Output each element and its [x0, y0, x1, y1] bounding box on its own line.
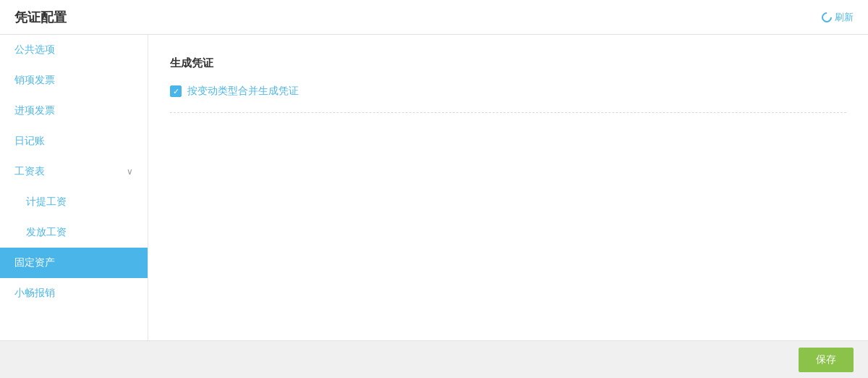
sidebar-item-label: 工资表: [14, 165, 45, 178]
sidebar-item-purchase-invoice[interactable]: 进项发票: [0, 96, 148, 126]
checkbox-label: 按变动类型合并生成凭证: [187, 85, 299, 98]
sidebar-item-payroll[interactable]: 工资表 ∨: [0, 156, 148, 187]
chevron-down-icon: ∨: [127, 167, 133, 177]
sidebar-item-calc-salary[interactable]: 计提工资: [0, 187, 148, 217]
sidebar-item-label: 公共选项: [14, 43, 55, 56]
sidebar-item-expense-report[interactable]: 小畅报销: [0, 278, 148, 308]
footer: 保存: [0, 340, 868, 378]
section-title: 生成凭证: [170, 56, 846, 70]
sidebar-item-journal[interactable]: 日记账: [0, 126, 148, 156]
merge-by-type-checkbox[interactable]: ✓: [170, 85, 182, 97]
sidebar-item-pay-salary[interactable]: 发放工资: [0, 217, 148, 248]
refresh-label: 刷新: [835, 11, 854, 24]
sidebar-item-label: 计提工资: [26, 196, 67, 209]
checkbox-row: ✓ 按变动类型合并生成凭证: [170, 85, 846, 113]
sidebar-item-label: 小畅报销: [14, 287, 55, 300]
sidebar-item-public-options[interactable]: 公共选项: [0, 35, 148, 65]
main-area: 公共选项 销项发票 进项发票 日记账 工资表 ∨ 计提工资 发放工资 固定资: [0, 35, 868, 340]
sidebar-item-label: 发放工资: [26, 226, 67, 239]
refresh-button[interactable]: 刷新: [822, 11, 854, 24]
sidebar-item-fixed-assets[interactable]: 固定资产: [0, 248, 148, 278]
refresh-icon: [820, 10, 834, 25]
sidebar-item-label: 销项发票: [14, 74, 55, 87]
sidebar-item-label: 进项发票: [14, 104, 55, 117]
page-title: 凭证配置: [14, 9, 67, 26]
header: 凭证配置 刷新: [0, 0, 868, 35]
sidebar: 公共选项 销项发票 进项发票 日记账 工资表 ∨ 计提工资 发放工资 固定资: [0, 35, 148, 340]
content-area: 生成凭证 ✓ 按变动类型合并生成凭证: [148, 35, 868, 340]
check-mark-icon: ✓: [173, 88, 179, 96]
sidebar-item-sales-invoice[interactable]: 销项发票: [0, 65, 148, 96]
sidebar-item-label: 日记账: [14, 135, 45, 148]
save-button[interactable]: 保存: [799, 348, 854, 372]
sidebar-item-label: 固定资产: [14, 256, 55, 269]
